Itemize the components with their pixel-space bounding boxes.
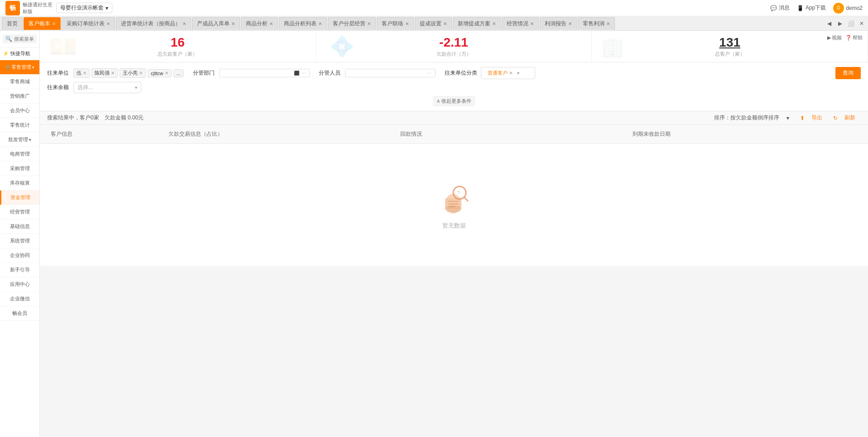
export-button[interactable]: ⬆ 导出 <box>800 114 828 122</box>
sidebar-item-retail-stats[interactable]: 零售统计 <box>0 118 39 133</box>
tab-restore-icon[interactable]: ⬜ <box>846 19 855 28</box>
tab-close-icon[interactable]: ✕ <box>530 21 534 26</box>
tab-close-icon[interactable]: ✕ <box>606 21 610 26</box>
sidebar-item-purchase[interactable]: 采购管理 <box>0 162 39 176</box>
video-button[interactable]: ▶ 视频 <box>827 34 842 41</box>
version-selector[interactable]: 母婴行业演示帐套 ▾ <box>56 3 112 13</box>
sidebar-item-enterprise-wechat[interactable]: 企业微信 <box>0 292 39 306</box>
sidebar-item-marketing[interactable]: 营销推广 <box>0 89 39 104</box>
logo-icon: 畅 <box>5 1 20 15</box>
empty-icon-svg: ? <box>436 180 472 216</box>
table-header: 客户信息 欠款交易信息（占比） 回款情况 到期未收款日期 <box>40 125 868 144</box>
sidebar-item-member-center[interactable]: 会员中心 <box>0 104 39 118</box>
tab-customer-tier[interactable]: 客户分层经营 ✕ <box>328 17 376 30</box>
chevron-down-icon: ▾ <box>517 71 519 76</box>
building-bg-icon: 🏢 <box>601 35 624 57</box>
user-menu[interactable]: D demo2 <box>833 3 863 14</box>
sidebar-item-quick-nav[interactable]: ⚡ 快捷导航 <box>0 48 39 60</box>
tab-retail-profit[interactable]: 零售利润 ✕ <box>578 17 615 30</box>
sort-selector[interactable]: 排序：按欠款金额倒序排序 ▾ <box>714 114 795 122</box>
export-icon: ⬆ <box>800 115 805 121</box>
tab-close-all-icon[interactable]: ✕ <box>857 19 866 28</box>
tab-prev-icon[interactable]: ◀ <box>825 19 834 28</box>
tab-close-icon[interactable]: ✕ <box>318 21 322 26</box>
unit-tag-more[interactable]: ... <box>173 69 184 77</box>
sidebar-item-chang-member[interactable]: 畅会员 <box>0 306 39 321</box>
unit-class-select[interactable]: 普通客户 ✕ ▾ <box>481 67 535 79</box>
query-button[interactable]: 查询 <box>835 67 861 79</box>
balance-label: 往来余额 <box>47 84 70 91</box>
svg-line-8 <box>464 197 468 201</box>
col-debt-info: 欠款交易信息（占比） <box>165 128 397 140</box>
app-download-button[interactable]: 📱 App下载 <box>797 4 826 12</box>
play-icon: ▶ <box>827 35 831 41</box>
tab-customer-contact[interactable]: 客户联络 ✕ <box>377 17 414 30</box>
sidebar-item-ecommerce[interactable]: 电商管理 <box>0 147 39 162</box>
message-icon: 💬 <box>770 5 777 11</box>
unit-tag-chen: 陈民强 ✕ <box>91 68 118 78</box>
unit-tags: 伍 ✕ 陈民强 ✕ 王小亮 ✕ cjttcw ✕ <box>73 68 184 78</box>
tab-close-icon[interactable]: ✕ <box>269 21 273 26</box>
tab-purchase-stats[interactable]: 进货单统计表（按商品） ✕ <box>116 17 191 30</box>
help-button[interactable]: ❓ 帮助 <box>845 34 863 41</box>
nav-tabs-bar: 首页 客户账本 ✕ 采购订单统计表 ✕ 进货单统计表（按商品） ✕ 产成品入库单… <box>0 16 868 31</box>
sidebar-item-base-info[interactable]: 基础信息 <box>0 219 39 234</box>
tag-close-icon[interactable]: ✕ <box>83 71 86 76</box>
sidebar-item-retail-mall[interactable]: 零售商城 <box>0 75 39 89</box>
tag-close-icon[interactable]: ✕ <box>509 71 513 76</box>
stat-label-overdue-customers: 总欠款客户（家） <box>158 51 197 57</box>
mobile-icon: 📱 <box>797 5 804 11</box>
tab-production[interactable]: 产成品入库单 ✕ <box>192 17 240 30</box>
refresh-button[interactable]: ↻ 刷新 <box>833 114 861 122</box>
tab-close-icon[interactable]: ✕ <box>52 21 56 26</box>
tab-profit-report[interactable]: 利润报告 ✕ <box>540 17 577 30</box>
expand-icon: ⋯ <box>301 71 306 76</box>
stat-total-customers: 🏢 131 总客户（家） <box>592 31 868 62</box>
dept-label: 分管部门 <box>193 69 216 77</box>
empty-illustration: ? <box>436 180 472 216</box>
sidebar-item-system[interactable]: 系统管理 <box>0 234 39 248</box>
tab-close-icon[interactable]: ✕ <box>106 21 110 26</box>
tab-product-analysis[interactable]: 商品分析 ✕ <box>241 17 278 30</box>
empty-state: ? 暂无数据 <box>40 144 868 266</box>
avatar: D <box>833 3 844 14</box>
unit-tag-cjttcw: cjttcw ✕ <box>148 69 172 77</box>
tab-customer-ledger[interactable]: 客户账本 ✕ <box>24 17 61 30</box>
tab-add-commission[interactable]: 新增提成方案 ✕ <box>453 17 501 30</box>
tab-close-icon[interactable]: ✕ <box>492 21 496 26</box>
tab-close-icon[interactable]: ✕ <box>568 21 572 26</box>
balance-select[interactable]: 选择... ▾ <box>73 82 141 93</box>
tab-product-analysis-list[interactable]: 商品分析列表 ✕ <box>279 17 327 30</box>
tab-close-icon[interactable]: ✕ <box>231 21 235 26</box>
tab-home[interactable]: 首页 <box>2 17 23 30</box>
tab-next-icon[interactable]: ▶ <box>835 19 844 28</box>
tab-purchase-order[interactable]: 采购订单统计表 ✕ <box>62 17 115 30</box>
tab-close-icon[interactable]: ✕ <box>367 21 371 26</box>
tab-close-icon[interactable]: ✕ <box>443 21 447 26</box>
tab-commission-settings[interactable]: 提成设置 ✕ <box>415 17 452 30</box>
sidebar-item-app-center[interactable]: 应用中心 <box>0 277 39 292</box>
chevron-down-icon: ▾ <box>135 85 137 90</box>
tab-business-status[interactable]: 经营情况 ✕ <box>502 17 539 30</box>
message-button[interactable]: 💬 消息 <box>770 4 790 12</box>
search-input[interactable] <box>14 36 34 42</box>
tag-close-icon[interactable]: ✕ <box>139 71 143 76</box>
tab-close-icon[interactable]: ✕ <box>405 21 409 26</box>
person-select[interactable]: ⋯ <box>345 69 436 77</box>
tag-close-icon[interactable]: ✕ <box>165 71 168 76</box>
dept-select[interactable]: ⬛ ⋯ <box>219 69 310 77</box>
sidebar-item-operations[interactable]: 经营管理 <box>0 205 39 219</box>
tag-close-icon[interactable]: ✕ <box>111 71 115 76</box>
refresh-icon: ↻ <box>833 115 838 121</box>
collapse-button[interactable]: ∧ 收起更多条件 <box>433 96 475 106</box>
sidebar-item-beginner-guide[interactable]: 新手引导 <box>0 263 39 277</box>
sidebar-item-retail-management[interactable]: 🛒 零售管理 ▾ <box>0 60 39 75</box>
stat-total-overdue-amount: 💠 -2.11 欠款合计（万） <box>316 31 592 62</box>
tab-close-icon[interactable]: ✕ <box>182 21 186 26</box>
sidebar-item-finance[interactable]: 资金管理 <box>0 190 39 205</box>
result-count: 搜索结果中，客户0家 <box>47 114 99 122</box>
sidebar-item-wholesale[interactable]: 批发管理 ▾ <box>0 133 39 147</box>
unit-label: 往来单位 <box>47 69 70 77</box>
sidebar-item-inventory[interactable]: 库存核算 <box>0 176 39 190</box>
sidebar-item-enterprise-collab[interactable]: 企业协同 <box>0 248 39 263</box>
